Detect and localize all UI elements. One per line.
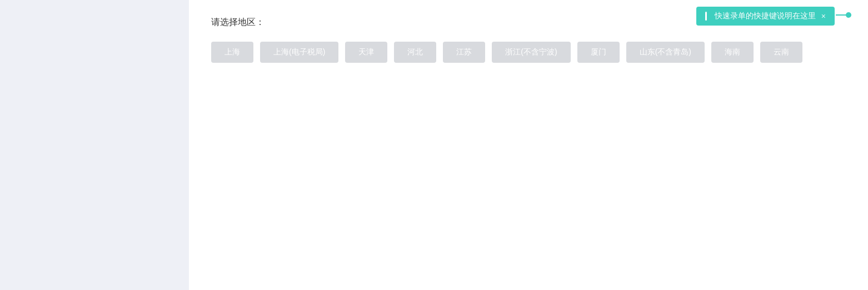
region-button-hebei[interactable]: 河北 bbox=[394, 42, 436, 63]
region-button-shanghai[interactable]: 上海 bbox=[211, 42, 253, 63]
region-button-yunnan[interactable]: 云南 bbox=[760, 42, 802, 63]
region-button-jiangsu[interactable]: 江苏 bbox=[443, 42, 485, 63]
tooltip-text: 快速录单的快捷键说明在这里 bbox=[715, 11, 816, 21]
connector-dot bbox=[846, 12, 851, 18]
region-button-shanghai-etax[interactable]: 上海(电子税局) bbox=[260, 42, 338, 63]
left-sidebar bbox=[0, 0, 189, 290]
region-button-zhejiang[interactable]: 浙江(不含宁波) bbox=[492, 42, 570, 63]
region-button-xiamen[interactable]: 厦门 bbox=[577, 42, 620, 63]
main-content: 请选择地区： 上海上海(电子税局)天津河北江苏浙江(不含宁波)厦门山东(不含青岛… bbox=[189, 0, 868, 290]
tooltip-banner: 快速录单的快捷键说明在这里 × bbox=[696, 7, 835, 26]
region-button-shandong[interactable]: 山东(不含青岛) bbox=[626, 42, 705, 63]
region-button-hainan[interactable]: 海南 bbox=[711, 42, 754, 63]
tooltip-close-button[interactable]: × bbox=[821, 12, 826, 21]
region-buttons-row1: 上海上海(电子税局)天津河北江苏浙江(不含宁波)厦门山东(不含青岛)海南云南 bbox=[211, 42, 846, 63]
region-button-tianjin[interactable]: 天津 bbox=[345, 42, 387, 63]
connector-line bbox=[836, 14, 847, 16]
